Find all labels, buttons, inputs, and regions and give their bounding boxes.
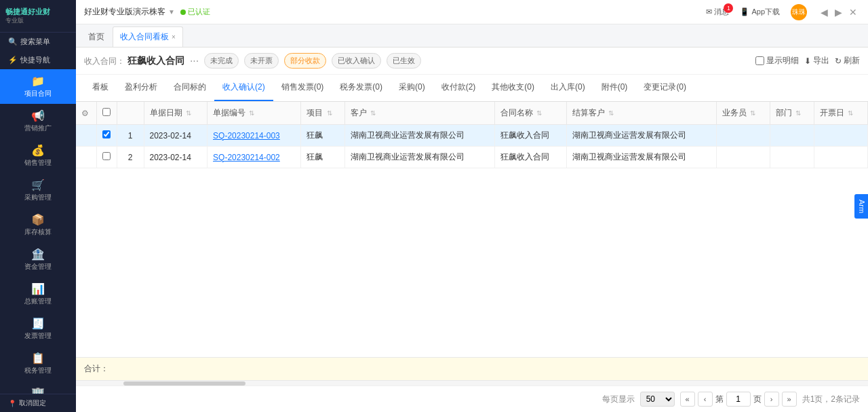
tab-close-button[interactable]: ×	[172, 33, 176, 41]
logo-sub: 专业版	[5, 16, 71, 25]
sidebar-item-assets[interactable]: 🏢 固定资产	[0, 381, 76, 394]
first-page-button[interactable]: «	[680, 392, 695, 407]
app-download-button[interactable]: 📱 App下载	[740, 7, 780, 17]
salesperson-sort-icon[interactable]: ⇅	[750, 109, 755, 117]
sub-tab-warehouse-label: 出入库(0)	[551, 82, 585, 92]
settlement-sort-icon[interactable]: ⇅	[608, 109, 614, 117]
refresh-button[interactable]: ↻ 刷新	[835, 55, 860, 67]
sub-tab-attachment[interactable]: 附件(0)	[593, 75, 636, 101]
row2-checkbox[interactable]	[96, 147, 117, 168]
next-page-button[interactable]: ›	[764, 392, 779, 407]
sub-tab-sales-invoice[interactable]: 销售发票(0)	[273, 75, 332, 101]
tab-home[interactable]: 首页	[81, 27, 111, 47]
sub-tab-standards[interactable]: 合同标的	[165, 75, 214, 101]
row2-contract-name: 狂飙收入合同	[494, 147, 566, 168]
show-detail-checkbox[interactable]: 显示明细	[755, 55, 799, 67]
sub-tab-purchase[interactable]: 采购(0)	[391, 75, 433, 101]
sidebar-tax-label: 税务管理	[24, 366, 52, 375]
sidebar-pin-toggle[interactable]: 📍 取消固定	[0, 394, 76, 412]
page-size-select[interactable]: 50 20 100	[640, 392, 675, 407]
page-info: 共1页，2条记录	[802, 394, 860, 405]
search-icon: 🔍	[8, 37, 18, 46]
row1-checkbox[interactable]	[96, 125, 117, 147]
close-window-button[interactable]: ✕	[846, 5, 860, 19]
refresh-label: 刷新	[844, 55, 860, 67]
sidebar-item-purchase[interactable]: 🛒 采购管理	[0, 173, 76, 208]
nav-next-arrow[interactable]: ▶	[832, 5, 845, 19]
col-settlement-header: 结算客户 ⇅	[566, 102, 716, 125]
total-row: 合计：	[76, 357, 868, 380]
sub-tab-income-confirm[interactable]: 收入确认(2)	[214, 75, 273, 101]
sub-tab-payment[interactable]: 收付款(2)	[433, 75, 484, 101]
sidebar-item-quicknav[interactable]: ⚡ 快捷导航	[0, 51, 76, 69]
tab-income-contract[interactable]: 收入合同看板 ×	[113, 26, 183, 47]
date-sort-icon[interactable]: ⇅	[186, 109, 191, 117]
more-button[interactable]: ···	[190, 55, 199, 67]
sidebar-item-marketing[interactable]: 📢 营销推广	[0, 104, 76, 138]
table-settings-icon[interactable]: ⚙	[81, 109, 89, 118]
sidebar-item-search[interactable]: 🔍 搜索菜单	[0, 33, 76, 51]
row2-opendate	[814, 147, 867, 168]
sub-tab-dashboard[interactable]: 看板	[84, 75, 117, 101]
select-all-checkbox[interactable]	[102, 108, 111, 116]
sub-tab-other-income[interactable]: 其他收支(0)	[484, 75, 542, 101]
last-page-button[interactable]: »	[782, 392, 797, 407]
sidebar-inventory-label: 库存核算	[24, 227, 52, 237]
row1-billno-link[interactable]: SQ-20230214-003	[213, 131, 280, 141]
table-row[interactable]: 2 2023-02-14 SQ-20230214-002 狂飙 湖南卫视商业运营	[76, 147, 868, 168]
table-row[interactable]: 1 2023-02-14 SQ-20230214-003 狂飙 湖南卫视商业运营	[76, 125, 868, 147]
opendate-sort-icon[interactable]: ⇅	[848, 109, 853, 117]
right-panel-button[interactable]: Arm	[854, 193, 868, 218]
refresh-icon: ↻	[835, 56, 842, 66]
sub-tab-warehouse[interactable]: 出入库(0)	[542, 75, 593, 101]
sidebar-marketing-label: 营销推广	[24, 124, 52, 133]
user-avatar[interactable]: 珠珠	[791, 4, 807, 20]
page-number-input[interactable]	[726, 392, 751, 407]
company-selector[interactable]: 好业财专业版演示株客 ▼	[84, 6, 175, 18]
nav-prev-arrow[interactable]: ◀	[818, 5, 831, 19]
detail-checkbox-input[interactable]	[755, 56, 764, 65]
row2-checkbox-input[interactable]	[102, 152, 111, 160]
sidebar-item-inventory[interactable]: 📦 库存核算	[0, 208, 76, 242]
status-incomplete[interactable]: 未完成	[204, 53, 239, 69]
per-page-label: 每页显示	[602, 394, 635, 405]
invoice-icon: 🧾	[31, 317, 45, 330]
sidebar-item-tax[interactable]: 📋 税务管理	[0, 346, 76, 381]
horizontal-scrollbar[interactable]	[76, 380, 868, 386]
sub-tab-dashboard-label: 看板	[92, 82, 108, 92]
row2-billno[interactable]: SQ-20230214-002	[208, 147, 301, 168]
sidebar-item-project[interactable]: 📁 项目合同	[0, 69, 76, 104]
project-sort-icon[interactable]: ⇅	[327, 109, 332, 117]
row1-checkbox-input[interactable]	[102, 130, 111, 138]
row2-billno-link[interactable]: SQ-20230214-002	[213, 153, 280, 162]
row1-project: 狂飙	[301, 125, 345, 147]
sidebar-item-invoice[interactable]: 🧾 发票管理	[0, 312, 76, 346]
sidebar-item-fund[interactable]: 🏦 资金管理	[0, 242, 76, 277]
col-dept-label: 部门	[776, 108, 792, 117]
sub-tab-change-log[interactable]: 变更记录(0)	[635, 75, 694, 101]
status-confirmed[interactable]: 已收入确认	[332, 53, 381, 69]
row2-settlement: 湖南卫视商业运营发展有限公司	[566, 147, 716, 168]
assets-icon: 🏢	[31, 386, 45, 394]
col-dept-header: 部门 ⇅	[770, 102, 814, 125]
contract-sort-icon[interactable]: ⇅	[536, 109, 542, 117]
status-partial[interactable]: 部分收款	[284, 53, 326, 69]
contract-label: 收入合同：	[84, 56, 125, 66]
sub-tab-tax-invoice[interactable]: 税务发票(0)	[332, 75, 391, 101]
message-button[interactable]: ✉ 消息 1	[706, 7, 729, 17]
status-effective[interactable]: 已生效	[387, 53, 421, 69]
export-button[interactable]: ⬇ 导出	[804, 55, 829, 67]
row1-billno[interactable]: SQ-20230214-003	[208, 125, 301, 147]
status-unopened[interactable]: 未开票	[244, 53, 279, 69]
row1-dept	[770, 125, 814, 147]
dept-sort-icon[interactable]: ⇅	[795, 109, 801, 117]
sub-tab-profit[interactable]: 盈利分析	[117, 75, 165, 101]
sidebar-item-general[interactable]: 📊 总账管理	[0, 277, 76, 312]
prev-page-button[interactable]: ‹	[698, 392, 713, 407]
customer-sort-icon[interactable]: ⇅	[370, 109, 376, 117]
sidebar-item-sales[interactable]: 💰 销售管理	[0, 138, 76, 173]
col-contract-label: 合同名称	[500, 108, 533, 117]
billno-sort-icon[interactable]: ⇅	[249, 109, 254, 117]
app-download-label: App下载	[751, 7, 780, 17]
logo-text: 畅捷通好业财	[5, 7, 71, 16]
